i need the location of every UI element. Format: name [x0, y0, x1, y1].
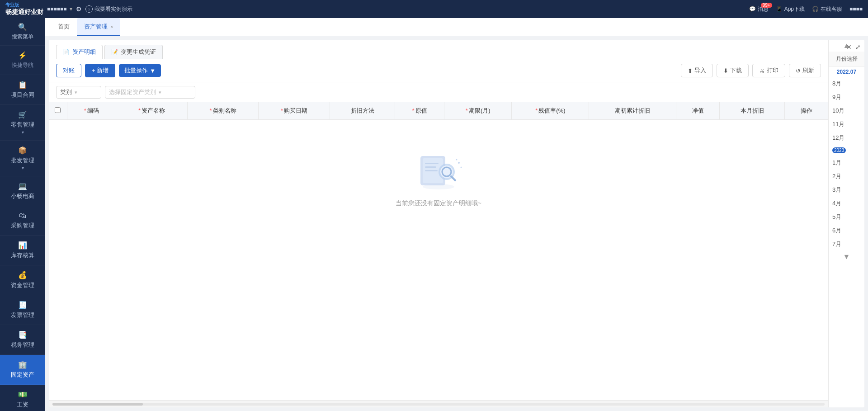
- sidebar-invoice-label: 发票管理: [11, 311, 34, 319]
- month-item-3[interactable]: 3月: [829, 183, 864, 197]
- scrollbar-track: [52, 403, 825, 406]
- company-selector[interactable]: ■■■■■■ ▾: [47, 6, 72, 12]
- print-button[interactable]: 🖨 打印: [752, 64, 785, 77]
- tab-asset-management[interactable]: 资产管理 ×: [77, 18, 120, 36]
- category-select-arrow: ▾: [159, 90, 161, 95]
- panel-close-button[interactable]: ✕: [846, 43, 852, 51]
- col-term: *期限(月): [444, 102, 511, 120]
- demo-label: 我要看实例演示: [94, 5, 132, 13]
- invoice-icon: 🧾: [18, 301, 27, 309]
- finance-icon: 💰: [18, 271, 27, 279]
- match-button[interactable]: 对账: [56, 64, 81, 77]
- svg-line-9: [451, 176, 455, 180]
- month-item-7[interactable]: 7月: [829, 237, 864, 251]
- month-item-8[interactable]: 8月: [829, 77, 864, 90]
- category-select[interactable]: 选择固定资产类别 ▾: [105, 86, 195, 99]
- sub-tab-change-voucher[interactable]: 📝 变更生成凭证: [104, 45, 163, 59]
- month-item-12[interactable]: 12月: [829, 131, 864, 145]
- match-label: 对账: [63, 66, 75, 75]
- print-label: 打印: [767, 66, 778, 75]
- sidebar-item-project[interactable]: 📋 项目合同: [0, 75, 45, 105]
- purchase-icon: 🛍: [19, 212, 26, 220]
- category-filter-arrow: ▾: [75, 90, 77, 95]
- sidebar-item-ecommerce[interactable]: 💻 小畅电商: [0, 176, 45, 206]
- month-item-10[interactable]: 10月: [829, 104, 864, 118]
- import-button[interactable]: ⬆ 导入: [681, 64, 713, 77]
- month-4-label: 4月: [832, 199, 841, 208]
- sidebar-salary-label: 工资: [17, 401, 28, 409]
- refresh-button[interactable]: ↺ 刷新: [789, 64, 821, 77]
- svg-point-10: [458, 162, 460, 164]
- tab-close-icon[interactable]: ×: [110, 24, 113, 29]
- user-info[interactable]: ■■■■: [849, 6, 863, 12]
- app-download-button[interactable]: 📱 App下载: [776, 5, 805, 13]
- main-layout: 🔍 搜索菜单 ⚡ 快捷导航 📋 项目合同 🛒 零售管理 ▾ 📦 批发管理 ▾ 💻…: [0, 18, 868, 411]
- tab-bar: 首页 资产管理 ×: [45, 18, 868, 36]
- category-select-placeholder: 选择固定资产类别: [109, 88, 156, 96]
- month-item-2[interactable]: 2月: [829, 170, 864, 183]
- month-item-5[interactable]: 5月: [829, 210, 864, 224]
- app-name: 畅捷通好业财: [5, 8, 43, 16]
- app-logo: 专业版 畅捷通好业财: [5, 2, 43, 16]
- sidebar-item-purchase[interactable]: 🛍 采购管理: [0, 206, 45, 236]
- month-picker-nav-down[interactable]: ▼: [829, 251, 864, 263]
- col-asset-name: *资产名称: [116, 102, 188, 120]
- month-picker-year-2022: 2022.07: [829, 67, 864, 77]
- filter-bar: 类别 ▾ 选择固定资产类别 ▾: [49, 82, 828, 102]
- month-item-11[interactable]: 11月: [829, 118, 864, 131]
- sidebar-item-tax[interactable]: 📑 税务管理: [0, 325, 45, 355]
- month-2-label: 2月: [832, 172, 841, 180]
- refresh-icon: ↺: [796, 67, 801, 74]
- sidebar-project-label: 项目合同: [11, 91, 34, 99]
- month-3-label: 3月: [832, 186, 841, 194]
- month-12-label: 12月: [832, 134, 844, 142]
- app-edition: 专业版: [5, 2, 43, 8]
- bottom-scrollbar-bar: [49, 400, 828, 407]
- app-download-label: App下载: [784, 5, 805, 13]
- online-service-button[interactable]: 🎧 在线客服: [812, 5, 842, 13]
- select-all-checkbox[interactable]: [55, 107, 61, 113]
- app-download-icon: 📱: [776, 6, 783, 12]
- sidebar: 🔍 搜索菜单 ⚡ 快捷导航 📋 项目合同 🛒 零售管理 ▾ 📦 批发管理 ▾ 💻…: [0, 18, 45, 411]
- add-label: + 新增: [92, 66, 108, 75]
- sidebar-retail-label: 零售管理: [11, 121, 34, 129]
- sidebar-item-wholesale[interactable]: 📦 批发管理 ▾: [0, 141, 45, 176]
- sidebar-item-quick-nav[interactable]: ⚡ 快捷导航: [0, 46, 45, 75]
- svg-rect-4: [425, 166, 436, 168]
- tab-home-label: 首页: [58, 23, 70, 31]
- month-item-9[interactable]: 9月: [829, 90, 864, 104]
- company-dropdown-arrow: ▾: [70, 6, 72, 12]
- month-item-1[interactable]: 1月: [829, 156, 864, 170]
- sidebar-item-invoice[interactable]: 🧾 发票管理: [0, 295, 45, 325]
- demo-button[interactable]: ○ 我要看实例演示: [85, 5, 132, 13]
- tab-home[interactable]: 首页: [51, 18, 77, 36]
- month-item-4[interactable]: 4月: [829, 197, 864, 210]
- category-filter-label: 类别: [60, 88, 72, 96]
- sidebar-item-salary[interactable]: 💵 工资: [0, 385, 45, 411]
- month-10-label: 10月: [832, 107, 844, 115]
- batch-label: 批量操作: [124, 66, 148, 75]
- panel-maximize-button[interactable]: ⤢: [855, 43, 861, 51]
- download-button[interactable]: ⬇ 下载: [717, 64, 749, 77]
- quick-nav-icon: ⚡: [18, 51, 27, 60]
- batch-button[interactable]: 批量操作 ▼: [119, 64, 161, 77]
- wholesale-expand-icon: ▾: [22, 165, 24, 170]
- sidebar-item-retail[interactable]: 🛒 零售管理 ▾: [0, 105, 45, 141]
- add-button[interactable]: + 新增: [85, 64, 115, 77]
- empty-state: 当前您还没有固定资产明细哦~: [49, 120, 828, 235]
- sidebar-wholesale-label: 批发管理: [11, 156, 34, 165]
- sidebar-item-search[interactable]: 🔍 搜索菜单: [0, 18, 45, 46]
- month-11-label: 11月: [832, 120, 844, 128]
- sidebar-item-finance[interactable]: 💰 资金管理: [0, 265, 45, 295]
- scrollbar-thumb[interactable]: [52, 403, 143, 406]
- category-filter[interactable]: 类别 ▾: [56, 86, 101, 99]
- sub-tab-asset-detail[interactable]: 📄 资产明细: [56, 45, 103, 59]
- message-button[interactable]: 💬 消息 99+: [749, 5, 769, 13]
- sidebar-finance-label: 资金管理: [11, 281, 34, 289]
- month-item-6[interactable]: 6月: [829, 224, 864, 237]
- sidebar-item-inventory[interactable]: 📊 库存核算: [0, 236, 45, 265]
- month-picker-header: 月份选择: [829, 52, 864, 67]
- sidebar-item-fixed-assets[interactable]: 🏢 固定资产: [0, 355, 45, 385]
- sidebar-tax-label: 税务管理: [11, 341, 34, 349]
- settings-button[interactable]: ⚙: [76, 5, 82, 13]
